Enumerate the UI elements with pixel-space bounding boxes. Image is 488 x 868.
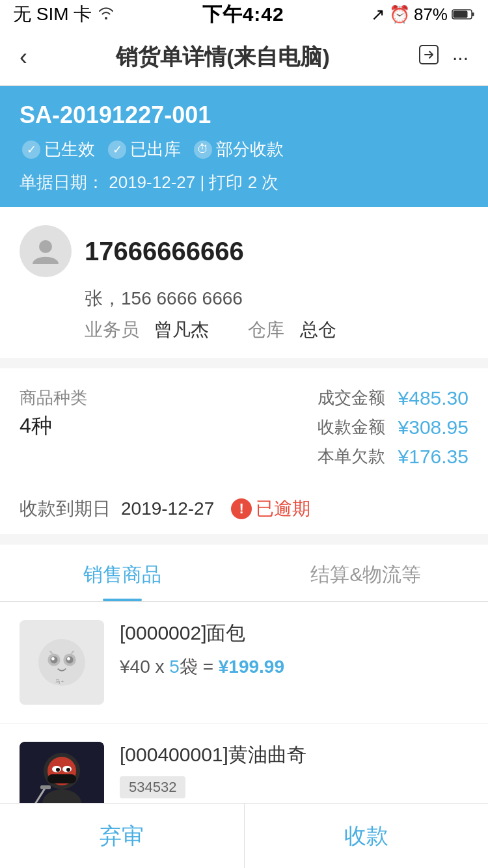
status-time: 下午4:42: [202, 1, 284, 28]
overdue-icon: !: [231, 498, 252, 519]
wifi-icon: [97, 4, 115, 25]
badge-partial: ⏱ 部分收款: [194, 138, 284, 161]
customer-meta: 业务员 曾凡杰 仓库 总仓: [85, 318, 468, 342]
svg-point-4: [39, 240, 52, 253]
header-badges: ✓ 已生效 ✓ 已出库 ⏱ 部分收款: [22, 138, 468, 161]
warehouse-value: 总仓: [300, 319, 336, 340]
status-left: 无 SIM 卡: [13, 2, 115, 27]
tab-settlement[interactable]: 结算&物流等: [244, 545, 488, 601]
svg-point-22: [66, 768, 70, 772]
product-price-1: ¥40 x 5袋 = ¥199.99: [120, 655, 468, 679]
svg-rect-2: [472, 12, 474, 16]
page-title: 销货单详情(来自电脑): [116, 42, 330, 72]
customer-info: 张，156 6666 6666 业务员 曾凡杰 仓库 总仓: [20, 286, 468, 342]
header-date: 单据日期： 2019-12-27 | 打印 2 次: [20, 171, 468, 194]
tabs-header: 销售商品 结算&物流等: [0, 545, 488, 602]
svg-point-10: [51, 657, 55, 660]
customer-contact: 张，156 6666 6666: [85, 286, 468, 311]
product-tag-2: 534532: [120, 776, 468, 798]
salesperson-label: 业务员 曾凡杰: [85, 318, 209, 342]
due-date-label: 收款到期日: [20, 496, 111, 521]
debt-value: ¥176.35: [398, 446, 468, 468]
stats-section: 商品种类 4种 成交金额 ¥485.30 收款金额 ¥308.95 本单欠款 ¥…: [0, 368, 488, 483]
stats-category: 商品种类 4种: [20, 387, 87, 441]
due-section: 收款到期日 2019-12-27 ! 已逾期: [0, 483, 488, 534]
overdue-badge: ! 已逾期: [231, 496, 310, 521]
debt-label: 本单欠款: [301, 445, 385, 468]
clock-icon: ⏱: [194, 141, 212, 159]
debt-row: 本单欠款 ¥176.35: [301, 445, 468, 468]
svg-rect-1: [454, 10, 468, 18]
share-button[interactable]: [418, 44, 439, 70]
warehouse-label: 仓库 总仓: [248, 318, 336, 342]
stats-amounts: 成交金额 ¥485.30 收款金额 ¥308.95 本单欠款 ¥176.35: [301, 387, 468, 468]
thumb-placeholder-1: 马+: [20, 620, 104, 705]
deal-row: 成交金额 ¥485.30: [301, 387, 468, 409]
product-item-1: 马+ [0000002]面包 ¥40 x 5袋 = ¥199.99: [0, 602, 488, 724]
badge-effective-label: 已生效: [44, 138, 95, 161]
due-date-value: 2019-12-27: [121, 498, 214, 519]
badge-partial-label: 部分收款: [216, 138, 284, 161]
check-icon-1: ✓: [22, 141, 40, 159]
bottom-bar: 弃审 收款: [0, 803, 488, 868]
svg-rect-18: [47, 774, 76, 783]
customer-phone: 17666666666: [85, 237, 244, 266]
product-name-2: [000400001]黄油曲奇: [120, 742, 468, 768]
price-text-1: ¥40 x: [120, 657, 169, 677]
received-value: ¥308.95: [398, 416, 468, 439]
alarm-icon: ⏰: [389, 5, 410, 25]
unit-1: 袋: [180, 657, 198, 677]
customer-section: 17666666666 张，156 6666 6666 业务员 曾凡杰 仓库 总…: [0, 207, 488, 358]
product-name-1: [0000002]面包: [120, 620, 468, 647]
status-bar: 无 SIM 卡 下午4:42 ↗ ⏰ 87%: [0, 0, 488, 29]
header-banner: SA-20191227-001 ✓ 已生效 ✓ 已出库 ⏱ 部分收款 单据日期：…: [0, 86, 488, 207]
deal-value: ¥485.30: [398, 387, 468, 409]
badge-effective: ✓ 已生效: [22, 138, 95, 161]
total-1: ¥199.99: [219, 657, 284, 677]
svg-point-21: [56, 768, 60, 772]
category-value: 4种: [20, 412, 87, 441]
received-row: 收款金额 ¥308.95: [301, 416, 468, 439]
nav-actions: ···: [418, 44, 468, 70]
divider-1: [0, 358, 488, 368]
avatar: [20, 225, 72, 277]
product-info-1: [0000002]面包 ¥40 x 5袋 = ¥199.99: [120, 620, 468, 705]
date-label: 单据日期：: [20, 172, 104, 192]
eq-1: =: [198, 657, 219, 677]
svg-point-11: [67, 657, 70, 660]
deal-label: 成交金额: [301, 387, 385, 409]
order-id: SA-20191227-001: [20, 102, 468, 129]
tab-sales-products[interactable]: 销售商品: [0, 545, 244, 601]
category-label: 商品种类: [20, 387, 87, 409]
customer-top: 17666666666: [20, 225, 468, 277]
back-button[interactable]: ‹: [20, 44, 27, 71]
print-info: | 打印 2 次: [200, 172, 278, 192]
reject-button[interactable]: 弃审: [0, 804, 245, 868]
received-label: 收款金额: [301, 416, 385, 439]
battery-text: 87%: [414, 5, 448, 25]
carrier-text: 无 SIM 卡: [13, 2, 92, 27]
date-value: 2019-12-27: [109, 172, 195, 192]
svg-text:马+: 马+: [55, 679, 64, 685]
location-icon: ↗: [371, 5, 385, 25]
battery-icon: [452, 5, 475, 25]
overdue-text: 已逾期: [256, 496, 310, 521]
salesperson-value: 曾凡杰: [154, 319, 209, 340]
nav-bar: ‹ 销货单详情(来自电脑) ···: [0, 29, 488, 86]
receive-payment-button[interactable]: 收款: [245, 804, 489, 868]
badge-shipped-label: 已出库: [130, 138, 181, 161]
badge-shipped: ✓ 已出库: [108, 138, 181, 161]
product-thumb-1: 马+: [20, 620, 104, 705]
more-button[interactable]: ···: [452, 46, 468, 68]
check-icon-2: ✓: [108, 141, 126, 159]
status-right: ↗ ⏰ 87%: [371, 5, 475, 25]
svg-rect-25: [40, 785, 51, 789]
qty-1: 5: [169, 657, 180, 677]
